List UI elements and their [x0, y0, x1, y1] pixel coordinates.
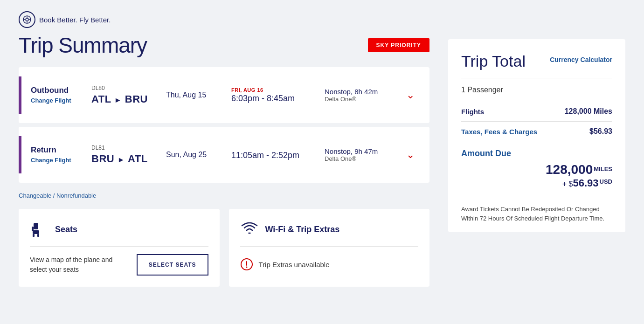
amount-due-label: Amount Due [461, 149, 612, 159]
logo-text: Book Better. Fly Better. [39, 16, 111, 24]
outbound-route: ATL ► BRU [91, 93, 166, 105]
usd-row: + $56.93USD [461, 177, 612, 189]
outbound-nonstop: Nonstop, 8h 42m [325, 88, 402, 96]
taxes-label: Taxes, Fees & Charges [461, 128, 537, 136]
trip-total-title: Trip Total [461, 52, 526, 70]
outbound-expand-button[interactable]: ⌄ [402, 89, 418, 101]
wifi-icon [240, 220, 259, 239]
outbound-flight-card: Outbound Change Flight DL80 ATL ► BRU Th… [19, 67, 429, 123]
svg-rect-9 [37, 234, 39, 237]
return-nonstop: Nonstop, 9h 47m [325, 147, 402, 155]
usd-amount: 56.93 [573, 177, 598, 189]
sidebar: Trip Total Currency Calculator 1 Passeng… [448, 11, 625, 287]
return-nonstop-col: Nonstop, 9h 47m Delta One® [325, 147, 402, 162]
plus-sign: + $ [562, 180, 573, 188]
miles-amount: 128,000 [546, 162, 593, 177]
return-type: Return [31, 145, 91, 155]
svg-point-1 [26, 18, 28, 21]
passenger-count: 1 Passenger [461, 86, 612, 94]
logo-icon [19, 11, 35, 28]
svg-rect-10 [32, 227, 34, 231]
currency-calculator-link[interactable]: Currency Calculator [550, 52, 612, 63]
seats-card: Seats View a map of the plane and select… [19, 209, 220, 287]
header-row: Trip Summary SKY PRIORITY [19, 33, 429, 58]
seats-card-body: View a map of the plane and select your … [30, 254, 208, 276]
logo-row: Book Better. Fly Better. [19, 11, 429, 28]
return-expand-button[interactable]: ⌄ [402, 149, 418, 161]
return-time-range: 11:05am - 2:52pm [231, 151, 325, 160]
outbound-flight-number: DL80 [91, 85, 166, 91]
outbound-bar [19, 76, 21, 114]
bottom-cards: Seats View a map of the plane and select… [19, 209, 429, 287]
policy-link[interactable]: Changeable / Nonrefundable [19, 192, 96, 199]
return-flight-card: Return Change Flight DL81 BRU ► ATL Sun,… [19, 127, 429, 183]
amount-due-value: 128,000MILES [461, 162, 612, 177]
amount-due-row: Amount Due 128,000MILES + $56.93USD [461, 141, 612, 197]
trip-total-header: Trip Total Currency Calculator [461, 52, 612, 78]
svg-rect-7 [33, 230, 39, 234]
outbound-type: Outbound [31, 86, 91, 95]
seat-icon [30, 220, 48, 239]
wifi-card: Wi-Fi & Trip Extras Trip Extras unavaila… [229, 209, 430, 287]
outbound-time-col: FRI, AUG 16 6:03pm - 8:45am [231, 87, 325, 103]
award-notice: Award Tickets Cannot Be Redeposited Or C… [461, 205, 612, 223]
return-flight-number: DL81 [91, 145, 166, 151]
outbound-change-flight-link[interactable]: Change Flight [31, 97, 71, 104]
return-cabin: Delta One® [325, 155, 402, 162]
usd-unit: USD [600, 178, 612, 185]
svg-rect-6 [34, 223, 38, 229]
outbound-cabin: Delta One® [325, 96, 402, 103]
seats-card-header: Seats [30, 220, 208, 247]
warning-icon [240, 258, 253, 271]
return-change-flight-link[interactable]: Change Flight [31, 157, 71, 164]
wifi-card-header: Wi-Fi & Trip Extras [240, 220, 419, 247]
trip-total-box: Trip Total Currency Calculator 1 Passeng… [448, 39, 625, 232]
trip-extras-row: Trip Extras unavailable [240, 254, 419, 271]
flights-label: Flights [461, 108, 484, 116]
outbound-arrival-date: FRI, AUG 16 [231, 87, 325, 93]
outbound-time-range: 6:03pm - 8:45am [231, 94, 325, 103]
sky-priority-badge: SKY PRIORITY [368, 38, 429, 52]
miles-unit: MILES [594, 165, 612, 172]
seats-card-title: Seats [55, 225, 77, 234]
trip-extras-unavailable: Trip Extras unavailable [259, 261, 330, 269]
outbound-nonstop-col: Nonstop, 8h 42m Delta One® [325, 88, 402, 103]
return-route: BRU ► ATL [91, 153, 166, 165]
taxes-value: $56.93 [589, 127, 612, 136]
return-time-col: 11:05am - 2:52pm [231, 150, 325, 160]
page-title: Trip Summary [19, 33, 147, 58]
flights-value: 128,000 Miles [565, 107, 612, 116]
seats-description: View a map of the plane and select your … [30, 255, 127, 275]
return-date: Sun, Aug 25 [166, 151, 231, 159]
taxes-row: Taxes, Fees & Charges $56.93 [461, 122, 612, 141]
svg-point-13 [246, 267, 247, 268]
return-bar [19, 136, 21, 173]
flights-row: Flights 128,000 Miles [461, 102, 612, 122]
svg-rect-8 [33, 234, 35, 237]
wifi-card-title: Wi-Fi & Trip Extras [265, 225, 340, 234]
outbound-date: Thu, Aug 15 [166, 91, 231, 99]
select-seats-button[interactable]: SELECT SEATS [137, 254, 208, 276]
